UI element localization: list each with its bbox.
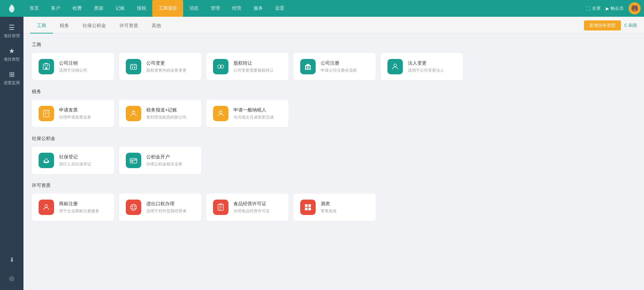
grid-icon: ⊞ — [9, 70, 15, 78]
card-text-0-0: 公司注销适用于注销公司 — [59, 60, 87, 73]
service-card-1-1[interactable]: 税务报道+记账拿到营业执照的新公司 — [119, 100, 201, 127]
tabs-actions: 新增业务类型 C 刷新 — [584, 20, 637, 33]
svg-point-15 — [394, 64, 396, 67]
section-0: 工商公司注销适用于注销公司公司变更股权变更外的业务变更股权转让公司变更需要股权转… — [32, 42, 636, 80]
svg-rect-23 — [130, 158, 137, 163]
nav-item-首页[interactable]: 首页 — [23, 0, 45, 17]
card-desc-2-0: 进行人员社保登记 — [59, 161, 91, 167]
service-card-3-3[interactable]: 酒类零售批发 — [293, 194, 376, 221]
sidebar-download-btn[interactable]: ⬇ — [0, 251, 23, 268]
service-card-1-2[interactable]: 申请一般纳税人当月或次月成变更完成 — [206, 100, 288, 127]
svg-rect-38 — [308, 204, 311, 207]
nav-item-服务[interactable]: 服务 — [248, 0, 269, 17]
card-icon-3-2 — [213, 200, 228, 215]
nav-item-工商项目[interactable]: 工商项目 — [152, 0, 183, 17]
card-icon-1-0 — [39, 106, 54, 121]
card-text-3-2: 食品经营许可证办理食品经营许可证 — [233, 201, 270, 214]
cards-grid-1: 申请发票办理申请发票业务税务报道+记账拿到营业执照的新公司申请一般纳税人当月或次… — [32, 100, 636, 127]
refresh-button[interactable]: C 刷新 — [624, 22, 637, 28]
sidebar-item-project-management[interactable]: ☰ 项目管理 — [0, 20, 23, 42]
card-desc-1-0: 办理申请发票业务 — [59, 115, 91, 120]
svg-rect-7 — [134, 67, 135, 68]
service-card-0-2[interactable]: 股权转让公司变更需要股权转让 — [206, 53, 288, 80]
card-desc-1-1: 拿到营业执照的新公司 — [146, 115, 186, 120]
list-icon: ☰ — [9, 23, 15, 31]
service-card-3-1[interactable]: 进出口权办理适用于对外贸易经营者 — [119, 194, 201, 221]
section-title-2: 社保公积金 — [32, 136, 636, 142]
tab-shebao[interactable]: 社保公积金 — [76, 19, 113, 33]
card-desc-3-1: 适用于对外贸易经营者 — [146, 208, 186, 214]
vip-btn[interactable]: ▶ 畅会员 — [606, 5, 624, 11]
sidebar-settings-btn[interactable]: ◎ — [0, 270, 23, 287]
card-icon-2-1 — [126, 153, 141, 168]
card-desc-0-0: 适用于注销公司 — [59, 68, 87, 73]
service-card-1-0[interactable]: 申请发票办理申请发票业务 — [32, 100, 114, 127]
card-name-1-2: 申请一般纳税人 — [233, 107, 274, 113]
nav-item-经营[interactable]: 经营 — [226, 0, 248, 17]
nav-item-票据[interactable]: 票据 — [88, 0, 109, 17]
nav-item-客户[interactable]: 客户 — [45, 0, 66, 17]
nav-item-记账[interactable]: 记账 — [109, 0, 131, 17]
service-card-2-1[interactable]: 公积金开户办理公积金相关业务 — [119, 147, 201, 174]
cards-grid-3: 商标注册用于企业商标注册服务进出口权办理适用于对外贸易经营者食品经营许可证办理食… — [32, 194, 636, 221]
service-card-3-0[interactable]: 商标注册用于企业商标注册服务 — [32, 194, 114, 221]
svg-rect-2 — [47, 65, 48, 66]
card-desc-3-2: 办理食品经营许可证 — [233, 208, 270, 214]
service-card-0-3[interactable]: 公司注册申请公司注册全流程 — [293, 53, 376, 80]
card-text-3-0: 商标注册用于企业商标注册服务 — [59, 201, 99, 214]
section-title-3: 许可资质 — [32, 183, 636, 189]
left-sidebar: ☰ 项目管理 ★ 项目类型 ⊞ 进度监测 ⬇ ◎ — [0, 17, 23, 290]
card-text-0-3: 公司注册申请公司注册全流程 — [321, 60, 357, 73]
service-card-3-2[interactable]: 食品经营许可证办理食品经营许可证 — [206, 194, 288, 221]
top-nav-right: ⛶ 全屏 ▶ 畅会员 🐻 — [586, 2, 641, 14]
fullscreen-icon: ⛶ — [586, 6, 591, 11]
svg-rect-10 — [305, 66, 306, 69]
content-scroll[interactable]: 工商公司注销适用于注销公司公司变更股权变更外的业务变更股权转让公司变更需要股权转… — [23, 33, 644, 290]
sidebar-label-project-management: 项目管理 — [4, 33, 20, 39]
tab-xuke[interactable]: 许可资质 — [113, 19, 145, 33]
add-type-button[interactable]: 新增业务类型 — [584, 20, 621, 30]
card-text-2-1: 公积金开户办理公积金相关业务 — [146, 154, 182, 167]
sidebar-item-project-type[interactable]: ★ 项目类型 — [0, 44, 23, 65]
fullscreen-btn[interactable]: ⛶ 全屏 — [586, 5, 601, 11]
vip-label: 畅会员 — [610, 5, 624, 11]
nav-item-管理[interactable]: 管理 — [205, 0, 226, 17]
svg-rect-37 — [305, 204, 308, 207]
card-desc-3-0: 用于企业商标注册服务 — [59, 208, 99, 214]
svg-rect-13 — [305, 69, 311, 70]
nav-item-设置[interactable]: 设置 — [269, 0, 290, 17]
sidebar-item-progress-monitor[interactable]: ⊞ 进度监测 — [0, 67, 23, 89]
logo — [3, 0, 20, 17]
section-title-0: 工商 — [32, 42, 636, 48]
service-card-0-4[interactable]: 法人变更适用于公司变更法人 — [381, 53, 463, 80]
card-icon-0-3 — [300, 59, 316, 74]
nav-item-消息[interactable]: 消息 — [183, 0, 205, 17]
nav-item-收费[interactable]: 收费 — [66, 0, 88, 17]
svg-rect-11 — [308, 66, 309, 69]
sidebar-bottom: ⬇ ◎ — [0, 251, 23, 287]
service-card-2-0[interactable]: 社保登记进行人员社保登记 — [32, 147, 114, 174]
card-name-0-0: 公司注销 — [59, 60, 87, 66]
card-text-3-1: 进出口权办理适用于对外贸易经营者 — [146, 201, 186, 214]
service-card-0-1[interactable]: 公司变更股权变更外的业务变更 — [119, 53, 201, 80]
avatar[interactable]: 🐻 — [629, 2, 641, 14]
nav-items: 首页客户收费票据记账报税工商项目消息管理经营服务设置 — [23, 0, 586, 17]
svg-rect-39 — [305, 208, 308, 210]
svg-rect-40 — [308, 208, 311, 210]
card-icon-1-2 — [213, 106, 228, 121]
card-name-3-3: 酒类 — [321, 201, 337, 207]
card-desc-0-1: 股权变更外的业务变更 — [146, 68, 186, 73]
card-name-3-1: 进出口权办理 — [146, 201, 186, 207]
card-icon-3-1 — [126, 200, 141, 215]
tab-shuiwu[interactable]: 税务 — [53, 19, 76, 33]
top-nav: 首页客户收费票据记账报税工商项目消息管理经营服务设置 ⛶ 全屏 ▶ 畅会员 🐻 — [0, 0, 644, 17]
tab-qita[interactable]: 其他 — [145, 19, 168, 33]
service-card-0-0[interactable]: 公司注销适用于注销公司 — [32, 53, 114, 80]
nav-item-报税[interactable]: 报税 — [131, 0, 152, 17]
card-text-2-0: 社保登记进行人员社保登记 — [59, 154, 91, 167]
card-name-0-1: 公司变更 — [146, 60, 186, 66]
card-name-3-2: 食品经营许可证 — [233, 201, 270, 207]
card-name-0-3: 公司注册 — [321, 60, 357, 66]
card-text-0-2: 股权转让公司变更需要股权转让 — [233, 60, 274, 73]
tab-gongshang[interactable]: 工商 — [30, 19, 53, 33]
